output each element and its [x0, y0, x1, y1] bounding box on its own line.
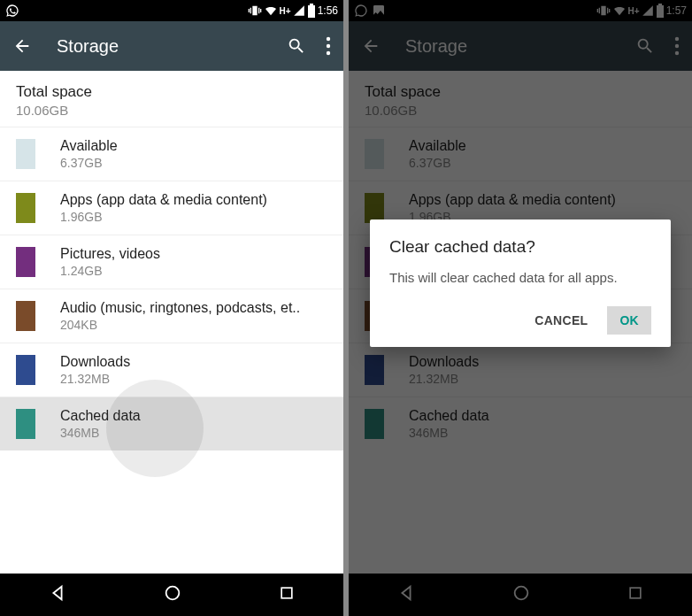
row-name: Audio (music, ringtones, podcasts, et..	[60, 300, 300, 316]
storage-row-apps[interactable]: Apps (app data & media content)1.96GB	[0, 181, 343, 235]
nav-bar	[0, 574, 343, 616]
total-space-label: Total space	[16, 83, 327, 101]
storage-list: Total space 10.06GB Available6.37GB Apps…	[0, 71, 343, 574]
svg-point-2	[327, 51, 330, 55]
row-name: Available	[60, 138, 118, 154]
phone-left: H+ 1:56 Storage Total space 10.06GB Avai…	[0, 0, 343, 616]
signal-icon	[293, 4, 305, 17]
search-button[interactable]	[287, 36, 306, 56]
nav-recents-button[interactable]	[278, 584, 296, 605]
phone-right: H+ 1:57 Storage Total space 10.06GB Avai…	[349, 0, 692, 616]
row-size: 1.24GB	[60, 264, 160, 278]
storage-row-cached[interactable]: Cached data346MB	[0, 397, 343, 450]
page-title: Storage	[57, 36, 262, 57]
storage-row-audio[interactable]: Audio (music, ringtones, podcasts, et..2…	[0, 289, 343, 343]
svg-point-0	[327, 37, 330, 41]
svg-point-3	[166, 587, 180, 600]
touch-ripple	[106, 380, 204, 477]
vibrate-icon	[248, 4, 262, 18]
color-swatch	[16, 247, 35, 277]
dialog-message: This will clear cached data for all apps…	[389, 269, 651, 287]
row-name: Apps (app data & media content)	[60, 192, 267, 208]
status-bar: H+ 1:56	[0, 0, 343, 21]
row-size: 1.96GB	[60, 210, 267, 224]
color-swatch	[16, 409, 35, 439]
cancel-button[interactable]: CANCEL	[522, 306, 600, 335]
ok-button[interactable]: OK	[607, 306, 651, 335]
dialog-title: Clear cached data?	[389, 237, 651, 257]
color-swatch	[16, 355, 35, 385]
color-swatch	[16, 301, 35, 331]
row-name: Pictures, videos	[60, 246, 160, 262]
color-swatch	[16, 139, 35, 169]
color-swatch	[16, 193, 35, 223]
row-size: 204KB	[60, 318, 300, 332]
clock: 1:56	[318, 4, 338, 17]
nav-home-button[interactable]	[163, 583, 182, 606]
battery-icon	[307, 4, 316, 18]
svg-point-1	[327, 44, 330, 48]
row-size: 6.37GB	[60, 156, 118, 170]
nav-back-button[interactable]	[48, 583, 67, 606]
svg-rect-4	[281, 588, 292, 598]
total-space-block: Total space 10.06GB	[0, 71, 343, 127]
clear-cache-dialog: Clear cached data? This will clear cache…	[370, 219, 671, 347]
storage-row-pictures[interactable]: Pictures, videos1.24GB	[0, 235, 343, 289]
row-name: Downloads	[60, 354, 130, 370]
total-space-value: 10.06GB	[16, 103, 327, 118]
wifi-icon	[264, 4, 278, 18]
back-button[interactable]	[12, 36, 32, 56]
overflow-menu-button[interactable]	[326, 36, 331, 56]
row-size: 21.32MB	[60, 372, 130, 386]
network-type: H+	[280, 6, 291, 16]
app-bar: Storage	[0, 21, 343, 71]
storage-row-available[interactable]: Available6.37GB	[0, 127, 343, 181]
whatsapp-icon	[5, 4, 19, 18]
